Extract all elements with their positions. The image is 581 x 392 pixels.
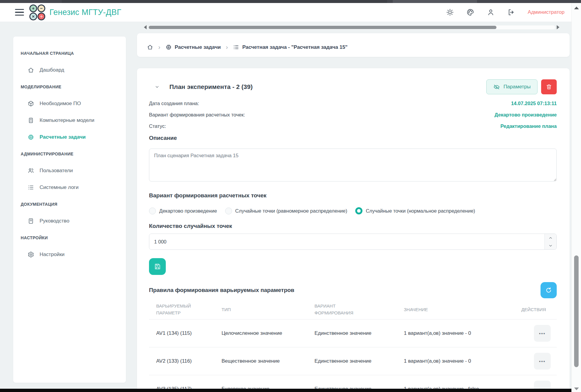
gear-icon	[28, 251, 34, 258]
window-bottom-strip	[0, 389, 571, 392]
refresh-icon	[545, 287, 552, 294]
panel-title: План эксперимента - 2 (39)	[169, 83, 253, 90]
eye-off-icon	[493, 84, 500, 90]
home-icon	[28, 67, 34, 73]
spinner-up-icon[interactable]	[545, 234, 556, 242]
sidebar-item-label: Компьютерные модели	[40, 117, 94, 123]
theme-icon[interactable]	[446, 8, 454, 16]
radio-icon	[225, 208, 232, 214]
cpu-icon	[165, 44, 172, 50]
cell-variant: Единственное значение	[314, 330, 404, 336]
description-textarea[interactable]: План сценария Расчетная задача 15	[149, 149, 557, 181]
breadcrumb-separator: ›	[158, 44, 160, 51]
horizontal-scrollbar-track[interactable]	[148, 25, 555, 29]
sidebar-item-computer-models[interactable]: Компьютерные модели	[13, 112, 126, 129]
app-title: Генезис МГТУ-ДВГ	[49, 8, 121, 17]
cell-value: 1 вариант(а,ов) значение - 0	[404, 330, 518, 336]
radio-label: Случайные точки (равномерное распределен…	[235, 208, 347, 214]
parameters-button[interactable]: Параметры	[486, 79, 538, 94]
parameters-button-label: Параметры	[503, 84, 531, 90]
user-role[interactable]: Администратор	[528, 9, 565, 15]
radio-selected-icon	[355, 207, 362, 214]
detail-value-status: Редактирование плана	[500, 123, 557, 129]
sidebar-item-label: Пользователи	[40, 168, 73, 174]
radio-label: Случайные точки (нормальное распределени…	[366, 208, 475, 214]
save-icon	[154, 263, 161, 270]
random-points-input[interactable]	[149, 234, 544, 249]
cell-param: AV1 (134) (115)	[156, 330, 222, 336]
radio-cartesian[interactable]: Декартово произведение	[149, 208, 217, 214]
breadcrumb-current-task[interactable]: Расчетная задача - "Расчетная задача 15"	[233, 44, 347, 50]
trash-icon	[546, 84, 552, 90]
scroll-up-icon[interactable]	[574, 7, 579, 9]
profile-icon[interactable]	[487, 8, 495, 16]
window-top-strip-highlight	[393, 0, 477, 3]
sidebar-item-settings[interactable]: Настройки	[13, 246, 126, 263]
row-actions-button[interactable]: •••	[534, 325, 551, 342]
sidebar-item-calc-tasks[interactable]: Расчетные задачи	[13, 129, 126, 146]
spinner-down-icon[interactable]	[545, 242, 556, 249]
sidebar-item-label: Настройки	[40, 252, 64, 258]
home-icon[interactable]	[147, 44, 153, 50]
scroll-down-icon[interactable]	[574, 388, 579, 390]
cell-type: Вещественное значение	[222, 358, 314, 364]
sidebar-item-label: Руководство	[40, 218, 69, 224]
sidebar-item-software[interactable]: Необходимое ПО	[13, 95, 126, 112]
sidebar: НАЧАЛЬНАЯ СТРАНИЦА Дашбоард МОДЕЛИРОВАНИ…	[13, 37, 126, 383]
detail-value-created-date: 14.07.2025 07:13:11	[511, 101, 557, 106]
sidebar-section-settings: НАСТРОЙКИ	[13, 229, 126, 246]
horizontal-scrollbar	[144, 25, 559, 29]
list-icon	[28, 184, 34, 191]
scroll-right-icon[interactable]	[557, 25, 559, 29]
app-header: + − × ÷ Генезис МГТУ-ДВГ Администратор	[0, 3, 581, 22]
save-button[interactable]	[149, 258, 166, 275]
cell-param: AV2 (133) (116)	[156, 358, 222, 364]
cpu-icon	[28, 134, 34, 140]
scroll-left-icon[interactable]	[144, 25, 147, 29]
sidebar-section-docs: ДОКУМЕНТАЦИЯ	[13, 196, 126, 213]
panel-header: План эксперимента - 2 (39) Параметры	[149, 79, 557, 95]
refresh-button[interactable]	[541, 282, 557, 298]
variant-radio-group: Декартово произведение Случайные точки (…	[149, 207, 557, 214]
rules-table-header: ВАРЬИРУЕМЫЙ ПАРАМЕТР ТИП ВАРИАНТ ФОРМИРО…	[149, 299, 557, 319]
sidebar-item-label: Дашбоард	[40, 67, 64, 73]
vertical-scrollbar-thumb[interactable]	[574, 255, 579, 367]
detail-value-variant: Декартово произведение	[495, 112, 557, 118]
radio-random-uniform[interactable]: Случайные точки (равномерное распределен…	[225, 208, 347, 214]
chevron-down-icon[interactable]	[153, 83, 161, 91]
column-header: ТИП	[222, 306, 314, 313]
rules-heading: Правила формирования варьируемых парамет…	[149, 286, 294, 294]
book-icon	[28, 218, 34, 224]
breadcrumb: › Расчетные задачи › Расчетная задача - …	[147, 44, 347, 51]
horizontal-scrollbar-thumb[interactable]	[149, 26, 496, 29]
logo-icon: + − × ÷	[29, 4, 45, 20]
window-top-strip	[0, 0, 581, 3]
breadcrumb-label: Расчетные задачи	[175, 44, 221, 50]
delete-plan-button[interactable]	[541, 79, 557, 94]
variant-heading: Вариант формирования расчетных точек	[149, 192, 557, 199]
sidebar-item-users[interactable]: Пользователи	[13, 162, 126, 179]
vertical-scrollbar	[571, 3, 581, 392]
column-header: ДЕЙСТВИЯ	[521, 306, 557, 313]
row-actions-button[interactable]: •••	[534, 353, 551, 370]
sidebar-item-label: Системные логи	[40, 184, 79, 190]
calculator-icon	[28, 117, 34, 124]
breadcrumb-card: › Расчетные задачи › Расчетная задача - …	[137, 33, 570, 57]
sidebar-item-manual[interactable]: Руководство	[13, 213, 126, 229]
logout-icon[interactable]	[507, 8, 515, 16]
random-points-heading: Количество случайных точек	[149, 222, 557, 230]
breadcrumb-calc-tasks[interactable]: Расчетные задачи	[165, 44, 221, 50]
logo-divide-icon: ÷	[37, 13, 45, 20]
plan-details: Дата создания плана: 14.07.2025 07:13:11…	[149, 98, 557, 132]
table-row: AV2 (133) (116) Вещественное значение Ед…	[149, 347, 557, 375]
menu-icon[interactable]	[15, 9, 24, 16]
sidebar-item-dashboard[interactable]: Дашбоард	[13, 62, 126, 78]
table-row: AV1 (134) (115) Целочисленное значение Е…	[149, 319, 557, 347]
detail-row-variant: Вариант формирования расчетных точек: Де…	[149, 109, 557, 120]
radio-icon	[149, 208, 156, 214]
radio-random-normal[interactable]: Случайные точки (нормальное распределени…	[355, 207, 475, 214]
logo-plus-icon: +	[29, 4, 37, 12]
palette-icon[interactable]	[466, 8, 474, 16]
sidebar-item-system-logs[interactable]: Системные логи	[13, 179, 126, 196]
number-spinner	[544, 234, 556, 249]
